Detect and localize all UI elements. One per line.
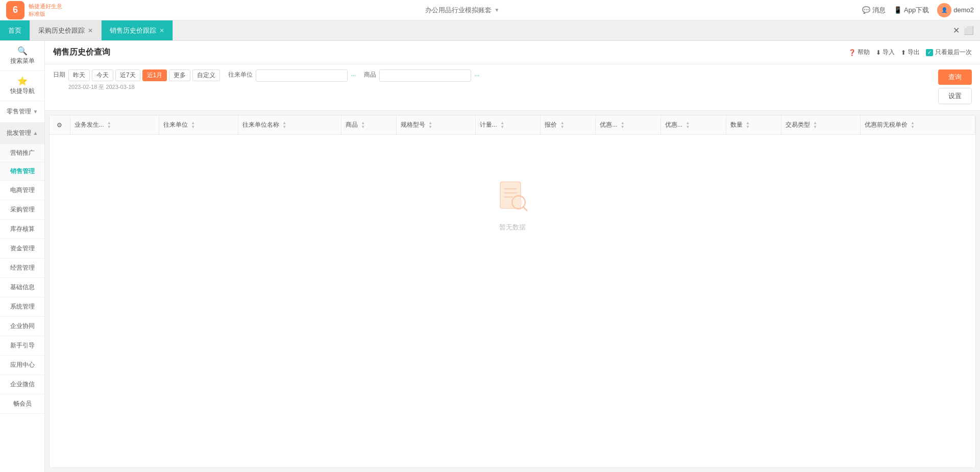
sort-icon-quote: ▲▼	[560, 121, 565, 129]
column-partner-name[interactable]: 往来单位名称 ▲▼	[238, 115, 341, 135]
empty-illustration	[492, 176, 533, 217]
query-actions: 查询 设置	[938, 69, 972, 104]
tab-home[interactable]: 首页	[0, 20, 30, 40]
maximize-window-icon[interactable]: ⬜	[964, 26, 974, 35]
sidebar-item-search[interactable]: 🔍 搜索菜单	[0, 41, 44, 71]
goods-filter-group: 商品 ...	[364, 69, 479, 82]
top-bar: 6 畅捷通好生意 标准版 办公用品行业模拟账套 ▼ 💬 消息 📱 App下载 👤…	[0, 0, 980, 20]
user-menu-btn[interactable]: 👤 demo2	[937, 3, 974, 17]
sidebar-item-appstore[interactable]: 应用中心	[0, 356, 44, 375]
sidebar-item-operation[interactable]: 经营管理	[0, 258, 44, 278]
sort-icon-quantity: ▲▼	[746, 121, 750, 129]
sort-icon-partner-name: ▲▼	[282, 121, 286, 129]
brand-area: 6 畅捷通好生意 标准版	[6, 1, 62, 19]
partner-input[interactable]	[256, 69, 348, 82]
date-btn-today[interactable]: 今天	[92, 69, 113, 81]
import-icon: ⬇	[876, 49, 881, 56]
date-range-display: 2023-02-18 至 2023-03-18	[68, 83, 220, 91]
search-icon: 🔍	[17, 46, 28, 56]
date-btn-7days[interactable]: 近7天	[115, 69, 140, 81]
page-title: 销售历史价查询	[53, 47, 110, 58]
sidebar-item-member[interactable]: 畅会员	[0, 394, 44, 414]
sidebar-item-finance[interactable]: 资金管理	[0, 239, 44, 258]
sidebar-item-wechat[interactable]: 企业微信	[0, 375, 44, 394]
sidebar-item-retail[interactable]: 零售管理 ▼	[0, 101, 44, 123]
sidebar-item-system[interactable]: 系统管理	[0, 297, 44, 317]
sort-icon-no-tax-price: ▲▼	[911, 121, 915, 129]
sidebar-item-cooperation[interactable]: 企业协同	[0, 317, 44, 336]
sidebar-sub-wholesale: 营销推广 销售管理	[0, 144, 44, 181]
sidebar-item-guide[interactable]: 新手引导	[0, 336, 44, 356]
retail-arrow-icon: ▼	[33, 109, 38, 114]
column-no-tax-price[interactable]: 优惠前无税单价 ▲▼	[860, 115, 975, 135]
date-btn-yesterday[interactable]: 昨天	[68, 69, 90, 81]
date-filter-group: 日期 昨天 今天 近7天 近1月 更多 自定义 2023-02-18 至 202…	[53, 69, 220, 91]
wholesale-arrow-icon: ▲	[33, 130, 38, 136]
filter-bar: 日期 昨天 今天 近7天 近1月 更多 自定义 2023-02-18 至 202…	[45, 64, 980, 111]
setting-button[interactable]: 设置	[938, 88, 972, 104]
date-btn-1month[interactable]: 近1月	[142, 69, 167, 81]
page-title-row: 销售历史价查询 ❓ 帮助 ⬇ 导入 ⬆ 导出 ✓	[53, 47, 972, 58]
partner-filter-group: 往来单位 ...	[228, 69, 356, 82]
date-options: 昨天 今天 近7天 近1月 更多 自定义 2023-02-18 至 2023-0…	[68, 69, 220, 91]
column-spec[interactable]: 规格型号 ▲▼	[396, 115, 475, 135]
table-header-row: ⚙ 业务发生... ▲▼ 往来单位 ▲▼ 往来单位名称 ▲▼	[50, 115, 975, 135]
column-discount2[interactable]: 优惠... ▲▼	[661, 115, 726, 135]
tab-bar: 首页 采购历史价跟踪 ✕ 销售历史价跟踪 ✕ ✕ ⬜	[0, 20, 980, 41]
date-btn-custom[interactable]: 自定义	[192, 69, 220, 81]
message-btn[interactable]: 💬 消息	[862, 6, 886, 15]
sidebar: 🔍 搜索菜单 ⭐ 快捷导航 零售管理 ▼ 批发管理 ▲ 营销推广 销售管理 电商…	[0, 41, 45, 472]
help-icon: ❓	[848, 49, 856, 56]
sort-icon-partner-code: ▲▼	[191, 121, 195, 129]
tab-sales-close-icon[interactable]: ✕	[159, 27, 164, 34]
goods-dots-icon[interactable]: ...	[474, 69, 479, 78]
tab-purchase-close-icon[interactable]: ✕	[88, 27, 93, 34]
close-window-icon[interactable]: ✕	[953, 26, 960, 35]
date-label: 日期	[53, 69, 65, 79]
brand-logo: 6	[6, 1, 24, 19]
top-bar-right: 💬 消息 📱 App下载 👤 demo2	[862, 3, 974, 17]
sort-icon-spec: ▲▼	[428, 121, 432, 129]
page-actions: ❓ 帮助 ⬇ 导入 ⬆ 导出 ✓ 只看最后一次	[848, 48, 972, 57]
account-selector[interactable]: 办公用品行业模拟账套 ▼	[425, 6, 500, 15]
content-area: 销售历史价查询 ❓ 帮助 ⬇ 导入 ⬆ 导出 ✓	[45, 41, 980, 472]
column-discount1[interactable]: 优惠... ▲▼	[596, 115, 661, 135]
column-unit[interactable]: 计量... ▲▼	[475, 115, 541, 135]
query-button[interactable]: 查询	[938, 69, 972, 85]
sort-icon-discount1: ▲▼	[621, 121, 625, 129]
column-goods[interactable]: 商品 ▲▼	[341, 115, 396, 135]
sidebar-item-marketing[interactable]: 营销推广	[0, 144, 44, 162]
column-quantity[interactable]: 数量 ▲▼	[726, 115, 781, 135]
column-gear[interactable]: ⚙	[50, 115, 70, 135]
help-btn[interactable]: ❓ 帮助	[848, 48, 870, 57]
goods-input[interactable]	[379, 69, 471, 82]
partner-dots-icon[interactable]: ...	[351, 69, 356, 78]
tab-purchase-history[interactable]: 采购历史价跟踪 ✕	[30, 20, 102, 40]
page-header: 销售历史价查询 ❓ 帮助 ⬇ 导入 ⬆ 导出 ✓	[45, 41, 980, 64]
app-download-btn[interactable]: 📱 App下载	[894, 6, 929, 15]
sort-icon-biz-date: ▲▼	[107, 121, 111, 129]
only-last-checkbox[interactable]: ✓ 只看最后一次	[926, 48, 972, 57]
dropdown-icon: ▼	[495, 7, 500, 13]
column-trade-type[interactable]: 交易类型 ▲▼	[781, 115, 860, 135]
column-biz-date[interactable]: 业务发生... ▲▼	[70, 115, 159, 135]
sidebar-item-ecommerce[interactable]: 电商管理	[0, 181, 44, 200]
sidebar-item-sales[interactable]: 销售管理	[0, 162, 44, 181]
message-icon: 💬	[862, 6, 870, 14]
svg-line-6	[523, 207, 527, 210]
app-icon: 📱	[894, 6, 902, 14]
sidebar-item-shortcut[interactable]: ⭐ 快捷导航	[0, 71, 44, 101]
shortcut-icon: ⭐	[17, 76, 28, 86]
column-partner-code[interactable]: 往来单位 ▲▼	[159, 115, 238, 135]
sidebar-item-purchase[interactable]: 采购管理	[0, 200, 44, 220]
sidebar-item-inventory[interactable]: 库存核算	[0, 220, 44, 239]
date-btn-more[interactable]: 更多	[169, 69, 190, 81]
tab-sales-history[interactable]: 销售历史价跟踪 ✕	[102, 20, 173, 40]
export-btn[interactable]: ⬆ 导出	[901, 48, 920, 57]
export-icon: ⬆	[901, 49, 906, 56]
sidebar-item-basic[interactable]: 基础信息	[0, 278, 44, 297]
import-btn[interactable]: ⬇ 导入	[876, 48, 895, 57]
data-table: ⚙ 业务发生... ▲▼ 往来单位 ▲▼ 往来单位名称 ▲▼	[50, 115, 975, 273]
column-quote[interactable]: 报价 ▲▼	[541, 115, 596, 135]
sidebar-item-wholesale[interactable]: 批发管理 ▲	[0, 123, 44, 144]
